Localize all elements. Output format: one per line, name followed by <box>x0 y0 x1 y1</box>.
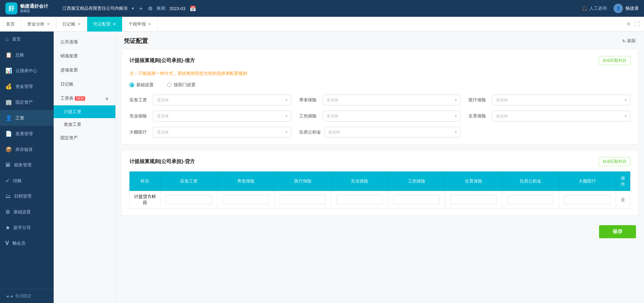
left-nav-sales-invoice[interactable]: 销项发票 <box>54 49 115 63</box>
sidebar-label-funds: 资金管理 <box>15 84 33 90</box>
sidebar-label-assets: 固定资产 <box>15 99 33 105</box>
tab-home[interactable]: 首页 <box>0 17 21 32</box>
calendar-icon[interactable]: 📅 <box>190 5 196 12</box>
sidebar-item-guide[interactable]: ★ 新手引导 <box>0 220 54 236</box>
debit-form-grid: 应发工资 请选择 ▾ 养老保险 请选择 ▾ 医疗 <box>129 95 630 138</box>
sidebar-label-guide: 新手引导 <box>13 225 31 231</box>
input-unemployment[interactable] <box>337 195 383 204</box>
sidebar-item-vip[interactable]: V 畅会员 <box>0 236 54 251</box>
select-medical[interactable]: 请选择 ▾ <box>492 95 630 105</box>
sidebar-item-invoice[interactable]: 📄 发票管理 <box>0 126 54 142</box>
input-gross-salary[interactable] <box>166 195 212 204</box>
logo-area: 好 畅捷通好会计 旗舰版 <box>5 2 59 14</box>
consult-button[interactable]: 🎧 人工咨询 <box>582 5 607 11</box>
cell-maternity <box>445 191 502 209</box>
home-icon: ⌂ <box>5 36 9 42</box>
select-injury[interactable]: 请选择 ▾ <box>323 111 461 121</box>
select-large-medical[interactable]: 请选择 ▾ <box>153 127 291 138</box>
tab-funds-analysis[interactable]: 资金分析 ✕ <box>21 17 56 32</box>
left-nav-pay[interactable]: 发放工资 <box>54 118 115 131</box>
tax-icon: 🏛 <box>5 162 11 168</box>
company-dropdown-icon[interactable]: ▾ <box>132 6 134 11</box>
sidebar-item-archive[interactable]: 🗂 归档管理 <box>0 189 54 204</box>
save-button[interactable]: 保存 <box>599 225 636 238</box>
settings-nav-icon: ⚙ <box>5 209 10 215</box>
tab-journal[interactable]: 日记账 ✕ <box>56 17 87 32</box>
radio-basic[interactable]: 基础设置 <box>129 82 154 88</box>
label-injury: 工伤保险 <box>299 113 319 119</box>
arrow-housing-fund: ▾ <box>455 130 457 135</box>
sidebar-item-inventory[interactable]: 📦 库存核算 <box>0 142 54 157</box>
sidebar-item-settle[interactable]: ✓ 结账 <box>0 173 54 189</box>
left-nav-public[interactable]: 公共选项 <box>54 35 115 49</box>
inventory-icon: 📦 <box>5 146 12 153</box>
input-maternity[interactable] <box>450 195 496 204</box>
close-window-icon[interactable]: ✕ <box>626 21 631 27</box>
cell-unemployment <box>331 191 388 209</box>
sidebar-item-ledger[interactable]: 📋 总账 <box>0 47 54 63</box>
input-medical[interactable] <box>280 195 326 204</box>
sidebar-label-reports: 云报表中心 <box>15 68 37 74</box>
delete-icon[interactable]: 🗑 <box>621 197 625 202</box>
close-tab-voucher[interactable]: ✕ <box>113 22 116 27</box>
field-pension: 养老保险 请选择 ▾ <box>299 95 461 105</box>
left-nav-salary-sheet[interactable]: 工资表NEW ∨ <box>54 91 115 105</box>
input-injury[interactable] <box>393 195 439 204</box>
arrow-maternity: ▾ <box>625 114 627 118</box>
archive-icon: 🗂 <box>5 193 11 199</box>
field-injury: 工伤保险 请选择 ▾ <box>299 111 461 121</box>
th-housing-fund: 住房公积金 <box>502 172 559 191</box>
sidebar-item-settings[interactable]: ⚙ 基础设置 <box>0 204 54 220</box>
close-tab-funds[interactable]: ✕ <box>47 22 50 27</box>
select-gross-salary[interactable]: 请选择 ▾ <box>153 95 291 105</box>
close-tab-tax[interactable]: ✕ <box>148 22 151 27</box>
input-housing-fund[interactable] <box>507 195 553 204</box>
add-button[interactable]: ＋ <box>138 4 144 12</box>
credit-section: 计提核算规则(公司承担)-贷方 自动匹配科目 科目 应发工资 养老保险 医疗保险… <box>121 150 639 216</box>
select-maternity[interactable]: 请选择 ▾ <box>492 111 630 121</box>
refresh-button[interactable]: ↻ 刷新 <box>622 38 636 44</box>
credit-section-header: 计提核算规则(公司承担)-贷方 自动匹配科目 <box>129 157 630 169</box>
save-btn-area: 保存 <box>116 221 644 242</box>
close-tab-journal[interactable]: ✕ <box>77 22 81 27</box>
select-housing-fund[interactable]: 请选择 ▾ <box>324 127 461 138</box>
tab-voucher-config[interactable]: 凭证配置 ✕ <box>87 17 122 32</box>
app-name: 畅捷通好会计 <box>20 3 48 9</box>
credit-section-title: 计提核算规则(公司承担)-贷方 <box>129 158 195 165</box>
settings-icon[interactable]: ⚙ <box>148 5 153 12</box>
th-operation: 操作 <box>616 172 630 191</box>
pin-icon: ◄◄ <box>5 294 13 299</box>
sidebar-label-inventory: 库存核算 <box>15 147 33 153</box>
debit-section: 计提核算规则(公司承担)-借方 自动匹配科目 注：只能选择一种方式，系统将按照您… <box>121 49 639 145</box>
sidebar-item-tax[interactable]: 🏛 税务管理 <box>0 157 54 173</box>
sidebar-item-funds[interactable]: 💰 资金管理 <box>0 79 54 94</box>
table-row: 计提贷方科目 <box>130 191 630 209</box>
left-nav-journal[interactable]: 日记账 <box>54 77 115 91</box>
label-large-medical: 大额医疗 <box>129 129 150 135</box>
maximize-window-icon[interactable]: ⛶ <box>635 21 640 27</box>
tab-bar-right: ✕ ⛶ <box>626 21 644 27</box>
sidebar-item-home[interactable]: ⌂ 首页 <box>0 32 54 47</box>
sidebar-item-salary[interactable]: 👤 工资 <box>0 110 54 126</box>
left-nav-fixed-assets[interactable]: 固定资产 <box>54 131 115 145</box>
company-name: 江西服宝精品有限责任公司内账张 <box>62 5 128 11</box>
select-unemployment[interactable]: 请选择 ▾ <box>153 111 291 121</box>
input-pension[interactable] <box>223 195 269 204</box>
radio-dept[interactable]: 按部门设置 <box>167 82 196 88</box>
left-nav-purchase-invoice[interactable]: 进项发票 <box>54 63 115 77</box>
cell-medical <box>274 191 331 209</box>
cancel-fix-button[interactable]: ◄◄ 取消固定 <box>0 289 54 303</box>
user-area[interactable]: 👤 畅捷通 <box>613 4 639 13</box>
input-large-medical[interactable] <box>564 195 610 204</box>
sidebar-item-reports[interactable]: 📊 云报表中心 <box>0 63 54 79</box>
credit-auto-match-button[interactable]: 自动匹配科目 <box>599 157 630 166</box>
tab-tax-report[interactable]: 个税申报 ✕ <box>122 17 158 32</box>
avatar: 👤 <box>613 4 623 13</box>
debit-auto-match-button[interactable]: 自动匹配科目 <box>599 56 630 65</box>
sidebar-item-assets[interactable]: 🏢 固定资产 <box>0 94 54 110</box>
arrow-injury: ▾ <box>455 114 457 118</box>
select-pension[interactable]: 请选择 ▾ <box>323 95 461 105</box>
left-nav-accrual[interactable]: 计提工资 <box>54 105 115 118</box>
radio-dept-circle <box>167 83 172 87</box>
th-pension: 养老保险 <box>217 172 274 191</box>
